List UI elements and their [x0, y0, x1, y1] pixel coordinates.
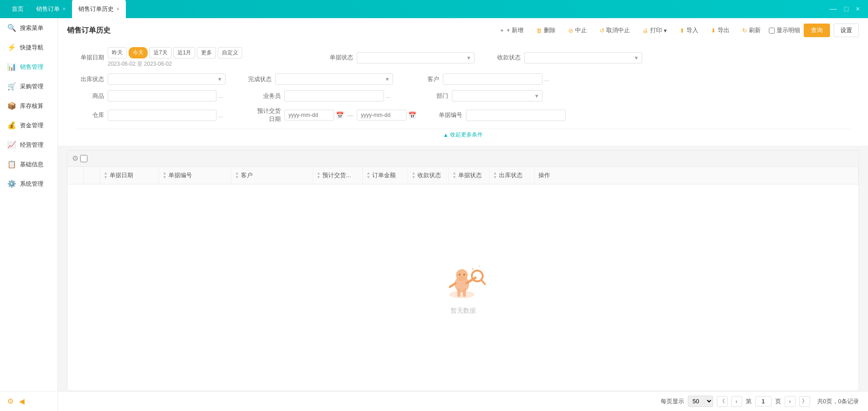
- sidebar-collapse-icon[interactable]: ◀: [19, 397, 24, 406]
- customer-dots[interactable]: ...: [544, 76, 549, 82]
- stock-sort-arrows: ▲▼: [493, 171, 497, 179]
- print-button[interactable]: 🖨 打印 ▾: [638, 24, 671, 37]
- delivery-start-calendar-icon[interactable]: 📅: [336, 111, 344, 119]
- filter-row-1: 单据日期 昨天 今天 近7天 近1月 更多 自定义 2023-06-02 至 2…: [76, 47, 850, 68]
- status-filter-select[interactable]: ▾: [357, 52, 475, 63]
- th-delivery[interactable]: ▲▼ 预计交货...: [313, 167, 363, 184]
- inventory-icon: 📦: [7, 102, 16, 110]
- th-cb: [84, 167, 100, 184]
- sidebar-item-inventory[interactable]: 📦 库存核算: [0, 96, 58, 116]
- sales-mgmt-icon: 📊: [7, 63, 16, 71]
- content-area: 销售订单历史 ＋ + 新增 🗑 删除 ⊘ 中止 ↺: [58, 18, 868, 411]
- delivery-start-input[interactable]: [284, 110, 334, 121]
- svg-line-10: [450, 283, 456, 287]
- goods-input[interactable]: [108, 90, 216, 102]
- receipt-status-label: 收款状态: [493, 53, 524, 62]
- th-no[interactable]: ▲▼ 单据编号: [159, 167, 231, 184]
- window-min-button[interactable]: —: [827, 4, 839, 14]
- no-sort-arrows: ▲▼: [163, 171, 167, 179]
- delivery-end-input[interactable]: [357, 110, 407, 121]
- sidebar-item-finance[interactable]: 💰 资金管理: [0, 116, 58, 135]
- empty-state-illustration: ✦ ✦: [438, 261, 488, 301]
- tab-home[interactable]: 首页: [5, 0, 30, 18]
- window-close-button[interactable]: ×: [853, 4, 863, 14]
- stock-out-select[interactable]: ▾: [108, 73, 225, 85]
- th-stock[interactable]: ▲▼ 出库状态: [489, 167, 535, 184]
- page-title-row: 销售订单历史 ＋ + 新增 🗑 删除 ⊘ 中止 ↺: [67, 24, 859, 42]
- per-page-select[interactable]: 50 10 20 100: [688, 396, 713, 407]
- query-button[interactable]: 查询: [804, 24, 830, 37]
- import-button[interactable]: ⬆ 导入: [675, 24, 703, 37]
- date-btn-7days[interactable]: 近7天: [149, 47, 172, 58]
- delete-button[interactable]: 🗑 删除: [532, 24, 560, 37]
- display-toggle-checkbox[interactable]: [769, 28, 775, 34]
- th-receipt[interactable]: ▲▼ 收款状态: [408, 167, 449, 184]
- current-page-input[interactable]: [755, 396, 772, 406]
- refresh-button[interactable]: ↻ 刷新: [738, 24, 765, 37]
- date-btn-today[interactable]: 今天: [129, 47, 148, 58]
- window-max-button[interactable]: □: [841, 4, 851, 14]
- dept-select[interactable]: ▾: [452, 90, 542, 102]
- th-op-label: 操作: [538, 171, 550, 179]
- sidebar-item-basic-info[interactable]: 📋 基础信息: [0, 155, 58, 174]
- delivery-end-calendar-icon[interactable]: 📅: [408, 111, 416, 119]
- salesperson-input[interactable]: [284, 90, 384, 102]
- cancel-stop-button[interactable]: ↺ 取消中止: [595, 24, 634, 37]
- tab-sales-order-close[interactable]: ×: [62, 6, 66, 12]
- receipt-status-select[interactable]: ▾: [524, 52, 642, 63]
- svg-text:✦: ✦: [471, 266, 475, 271]
- th-customer[interactable]: ▲▼ 客户: [231, 167, 313, 184]
- svg-point-7: [456, 269, 468, 281]
- date-btn-more[interactable]: 更多: [197, 47, 216, 58]
- purchase-mgmt-icon: 🛒: [7, 82, 16, 91]
- th-stock-label: 出库状态: [499, 171, 523, 179]
- date-btn-custom[interactable]: 自定义: [218, 47, 242, 58]
- sidebar-bottom: ⚙ ◀: [0, 391, 58, 411]
- tab-sales-order-history[interactable]: 销售订单历史 ×: [72, 0, 126, 18]
- stop-button[interactable]: ⊘ 中止: [564, 24, 591, 37]
- table-settings-icon[interactable]: ⚙: [72, 154, 78, 163]
- sidebar-item-purchase-mgmt[interactable]: 🛒 采购管理: [0, 77, 58, 96]
- sidebar-item-operations[interactable]: 📈 经营管理: [0, 135, 58, 155]
- setting-button[interactable]: 设置: [834, 24, 859, 37]
- filter-row-2: 出库状态 ▾ 完成状态 ▾ 客户 ...: [76, 73, 850, 85]
- warehouse-dots[interactable]: ...: [218, 112, 223, 119]
- svg-line-6: [481, 280, 485, 284]
- tab-sales-order-history-close[interactable]: ×: [116, 6, 120, 12]
- complete-arrow: ▾: [386, 76, 389, 82]
- sidebar-item-sys-mgmt[interactable]: ⚙️ 系统管理: [0, 174, 58, 193]
- next-page-button[interactable]: ›: [785, 396, 796, 407]
- sidebar-item-quick-nav[interactable]: ⚡ 快捷导航: [0, 38, 58, 57]
- table-header: ▲▼ 单据日期 ▲▼ 单据编号 ▲▼ 客户 ▲▼ 预计交货... ▲▼ 订单: [67, 167, 858, 184]
- th-amount[interactable]: ▲▼ 订单金额: [363, 167, 408, 184]
- customer-input[interactable]: [443, 73, 542, 85]
- salesperson-label: 业务员: [253, 92, 284, 100]
- order-no-input[interactable]: [466, 110, 566, 121]
- window-controls: — □ ×: [827, 4, 863, 14]
- tab-sales-order[interactable]: 销售订单 ×: [30, 0, 72, 18]
- date-btn-yesterday[interactable]: 昨天: [108, 47, 127, 58]
- new-icon: ＋: [499, 26, 505, 34]
- sidebar-settings-icon[interactable]: ⚙: [7, 397, 14, 406]
- salesperson-dots[interactable]: ...: [386, 92, 391, 99]
- prev-page-button[interactable]: ‹: [731, 396, 742, 407]
- select-all-checkbox[interactable]: [80, 155, 87, 162]
- print-dropdown-icon: ▾: [664, 27, 667, 34]
- date-btn-1month[interactable]: 近1月: [173, 47, 196, 58]
- pagination: 每页显示 50 10 20 100 《 ‹ 第 页 › 》 共0页，0条记录: [58, 391, 868, 411]
- status-filter-arrow: ▾: [467, 54, 470, 61]
- goods-dots[interactable]: ...: [218, 92, 223, 99]
- th-date[interactable]: ▲▼ 单据日期: [100, 167, 159, 184]
- last-page-button[interactable]: 》: [799, 396, 810, 407]
- export-button[interactable]: ⬇ 导出: [706, 24, 734, 37]
- per-page-label: 每页显示: [661, 397, 684, 406]
- complete-select[interactable]: ▾: [275, 73, 393, 85]
- sidebar-item-search-menu[interactable]: 🔍 搜索菜单: [0, 18, 58, 38]
- warehouse-input[interactable]: [108, 110, 216, 121]
- sidebar-item-sales-mgmt[interactable]: 📊 销售管理: [0, 57, 58, 77]
- page-unit: 页: [775, 397, 781, 406]
- collapse-button[interactable]: ▲ 收起更多条件: [76, 129, 850, 140]
- new-button[interactable]: ＋ + 新增: [494, 24, 528, 37]
- th-status[interactable]: ▲▼ 单据状态: [449, 167, 489, 184]
- first-page-button[interactable]: 《: [717, 396, 728, 407]
